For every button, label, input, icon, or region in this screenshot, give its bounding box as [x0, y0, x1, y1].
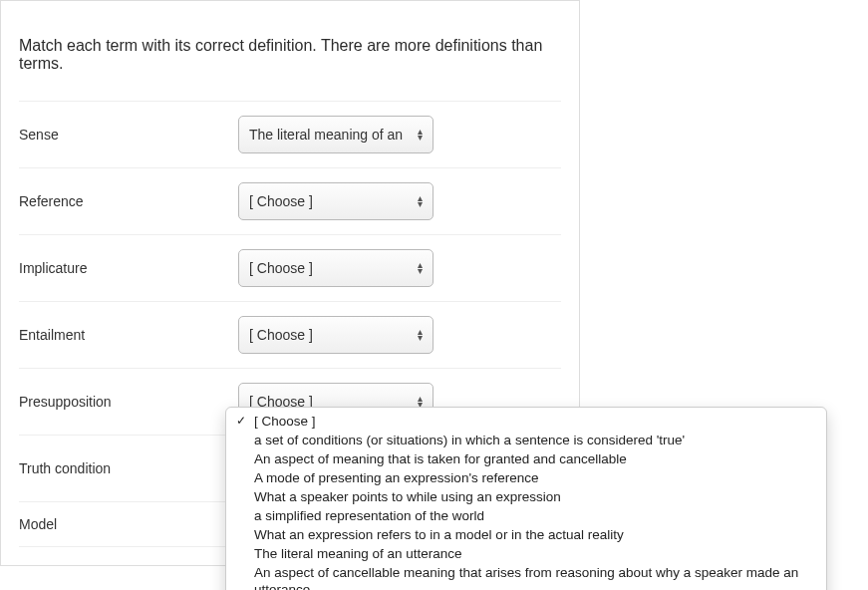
updown-icon: ▴▾ [418, 329, 423, 341]
term-label: Truth condition [19, 460, 238, 476]
select-value: [ Choose ] [249, 193, 313, 209]
term-label: Entailment [19, 327, 238, 343]
match-row-reference: Reference [ Choose ] ▴▾ [19, 167, 561, 234]
match-row-implicature: Implicature [ Choose ] ▴▾ [19, 234, 561, 301]
updown-icon: ▴▾ [418, 195, 423, 207]
select-value: [ Choose ] [249, 260, 313, 276]
dropdown-option[interactable]: An aspect of cancellable meaning that ar… [226, 563, 826, 590]
dropdown-option[interactable]: What a speaker points to while using an … [226, 487, 826, 506]
term-label: Presupposition [19, 394, 238, 410]
term-label: Sense [19, 127, 238, 143]
term-label: Implicature [19, 260, 238, 276]
dropdown-option-label: An aspect of cancellable meaning that ar… [254, 564, 814, 590]
dropdown-option-label: [ Choose ] [254, 413, 316, 430]
select-implicature[interactable]: [ Choose ] ▴▾ [238, 249, 434, 287]
select-value: The literal meaning of an utte [249, 127, 405, 143]
select-entailment[interactable]: [ Choose ] ▴▾ [238, 316, 434, 354]
term-label: Reference [19, 193, 238, 209]
dropdown-option[interactable]: a set of conditions (or situations) in w… [226, 431, 826, 449]
match-row-sense: Sense The literal meaning of an utte ▴▾ [19, 101, 561, 167]
updown-icon: ▴▾ [418, 129, 423, 141]
select-reference[interactable]: [ Choose ] ▴▾ [238, 182, 434, 220]
select-value: [ Choose ] [249, 327, 313, 343]
dropdown-option-label: What a speaker points to while using an … [254, 488, 561, 505]
dropdown-option[interactable]: The literal meaning of an utterance [226, 544, 826, 563]
dropdown-option-choose[interactable]: ✓ [ Choose ] [226, 412, 826, 431]
dropdown-menu[interactable]: ✓ [ Choose ] a set of conditions (or sit… [225, 407, 827, 590]
dropdown-option-label: A mode of presenting an expression's ref… [254, 469, 539, 486]
check-icon: ✓ [236, 413, 246, 430]
dropdown-option[interactable]: a simplified representation of the world [226, 506, 826, 525]
select-sense[interactable]: The literal meaning of an utte ▴▾ [238, 116, 434, 153]
dropdown-option[interactable]: A mode of presenting an expression's ref… [226, 468, 826, 487]
dropdown-option-label: a simplified representation of the world [254, 507, 484, 524]
dropdown-option-label: a set of conditions (or situations) in w… [254, 432, 685, 448]
dropdown-option-label: An aspect of meaning that is taken for g… [254, 450, 627, 467]
dropdown-option-label: What an expression refers to in a model … [254, 526, 624, 543]
dropdown-option[interactable]: An aspect of meaning that is taken for g… [226, 449, 826, 468]
updown-icon: ▴▾ [418, 262, 423, 274]
dropdown-option[interactable]: What an expression refers to in a model … [226, 525, 826, 544]
term-label: Model [19, 516, 238, 532]
question-prompt: Match each term with its correct definit… [19, 37, 561, 73]
match-row-entailment: Entailment [ Choose ] ▴▾ [19, 301, 561, 368]
dropdown-option-label: The literal meaning of an utterance [254, 545, 462, 562]
